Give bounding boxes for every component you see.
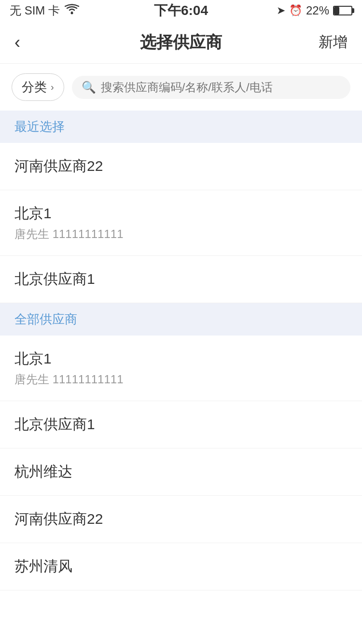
list-item[interactable]: 北京供应商1 <box>0 256 362 303</box>
supplier-contact: 唐先生 11111111111 <box>14 372 348 387</box>
supplier-name: 河南供应商22 <box>14 509 348 529</box>
supplier-name: 北京供应商1 <box>14 415 348 434</box>
supplier-list: 最近选择河南供应商22北京1唐先生 11111111111北京供应商1全部供应商… <box>0 111 362 590</box>
battery-icon <box>333 6 352 15</box>
back-button[interactable]: ‹ <box>14 32 20 53</box>
svg-point-0 <box>71 12 73 14</box>
list-item[interactable]: 河南供应商22 <box>0 143 362 190</box>
status-bar: 无 SIM 卡 下午6:04 ➤ ⏰ 22% <box>0 0 362 21</box>
section-header-all: 全部供应商 <box>0 303 362 336</box>
status-time: 下午6:04 <box>154 1 208 20</box>
list-item[interactable]: 苏州清风 <box>0 543 362 590</box>
supplier-name: 杭州维达 <box>14 462 348 482</box>
supplier-name: 北京供应商1 <box>14 269 348 289</box>
search-input[interactable] <box>101 81 341 94</box>
section-header-recent: 最近选择 <box>0 111 362 143</box>
list-item[interactable]: 北京供应商1 <box>0 401 362 448</box>
chevron-right-icon: › <box>51 82 54 93</box>
search-wrapper: 🔍 <box>72 76 350 99</box>
search-icon: 🔍 <box>82 81 96 94</box>
wifi-icon <box>65 4 79 17</box>
category-filter[interactable]: 分类 › <box>12 73 64 101</box>
filter-bar: 分类 › 🔍 <box>0 64 362 111</box>
supplier-name: 北京1 <box>14 204 348 224</box>
category-label: 分类 <box>22 79 47 96</box>
supplier-name: 北京1 <box>14 349 348 369</box>
page-title: 选择供应商 <box>140 31 222 54</box>
list-item[interactable]: 北京1唐先生 11111111111 <box>0 336 362 401</box>
list-item[interactable]: 杭州维达 <box>0 448 362 496</box>
supplier-contact: 唐先生 11111111111 <box>14 226 348 242</box>
add-button[interactable]: 新增 <box>319 32 348 52</box>
status-left: 无 SIM 卡 <box>10 3 79 18</box>
supplier-name: 河南供应商22 <box>14 156 348 176</box>
nav-bar: ‹ 选择供应商 新增 <box>0 21 362 64</box>
battery-label: 22% <box>306 4 329 17</box>
list-item[interactable]: 北京1唐先生 11111111111 <box>0 190 362 256</box>
location-icon: ➤ <box>277 4 285 17</box>
supplier-name: 苏州清风 <box>14 557 348 576</box>
status-right: ➤ ⏰ 22% <box>277 4 352 17</box>
list-item[interactable]: 河南供应商22 <box>0 496 362 543</box>
carrier-label: 无 SIM 卡 <box>10 3 60 18</box>
alarm-icon: ⏰ <box>289 4 302 17</box>
